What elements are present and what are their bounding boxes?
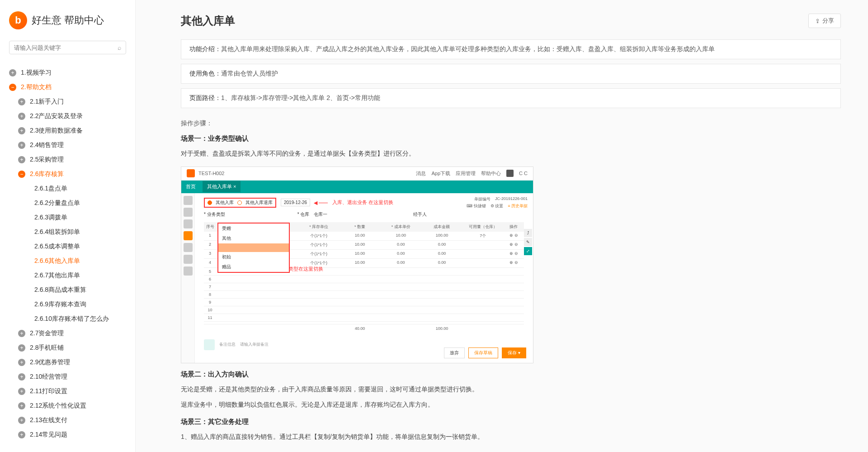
nav-2-3[interactable]: +2.3使用前数据准备: [9, 124, 126, 138]
screenshot-1: TEST-H002 消息 App下载 应用管理 帮助中心 C C 首页 其他入库…: [181, 167, 533, 363]
shot-user: C C: [519, 171, 528, 176]
shot-tab-active: 其他入库单 ×: [203, 181, 241, 192]
intro-box: 功能介绍：其他入库单用来处理除采购入库、产成品入库之外的其他入库业务，因此其他入…: [181, 39, 841, 59]
nav-2-6-3[interactable]: 2.6.3调拨单: [9, 210, 126, 225]
role-label: 使用角色：: [189, 70, 221, 77]
shot-top-app: App下载: [431, 170, 450, 177]
content-box: 操作步骤： 场景一：业务类型确认 对于受赠、盘盈或是拆装入库等不同的业务，是通过…: [181, 119, 841, 442]
role-text: 通常由仓管人员维护: [221, 70, 278, 77]
shot-type-switch: 其他入库 其他入库退库: [204, 198, 276, 208]
nav-2-11[interactable]: +2.11打印设置: [9, 384, 126, 399]
site-title: 好生意 帮助中心: [32, 14, 104, 27]
shot-top-msg: 消息: [416, 170, 426, 177]
nav-2-6-5[interactable]: 2.6.5成本调整单: [9, 239, 126, 254]
steps-label: 操作步骤：: [181, 119, 841, 128]
nav-2-10[interactable]: +2.10经营管理: [9, 370, 126, 384]
share-icon: ⇪: [815, 18, 820, 24]
shot-top-mgmt: 应用管理: [456, 170, 476, 177]
shot-tab-home: 首页: [186, 183, 196, 190]
nav-video[interactable]: +1.视频学习: [9, 66, 126, 80]
nav-docs[interactable]: −2.帮助文档: [9, 80, 126, 95]
nav-2-6-4[interactable]: 2.6.4组装拆卸单: [9, 225, 126, 239]
avatar-icon: [506, 170, 514, 177]
scene2-para2: 退库业务中，明细数量均以负值红色展示。无论是入库还是退库，库存账均记在入库方向。: [181, 399, 841, 411]
nav-2-1[interactable]: +2.1新手入门: [9, 95, 126, 109]
shot-test-env: TEST-H002: [198, 171, 224, 176]
nav-2-14[interactable]: +2.14常见问题: [9, 428, 126, 442]
path-label: 页面路径：: [189, 94, 221, 101]
radio-icon: [237, 200, 242, 205]
search-box[interactable]: ⌕: [9, 41, 126, 54]
shot-draft-button: 保存草稿: [468, 347, 498, 358]
shot-biz-label: * 业务类型: [204, 211, 225, 218]
shot-wh-label: * 仓库: [297, 211, 310, 218]
memo-icon: [204, 339, 215, 350]
shot-save-button: 保存 ▾: [502, 347, 526, 358]
shot-top-help: 帮助中心: [481, 170, 501, 177]
scene2-para1: 无论是受赠，还是其他类型的业务，由于入库商品质量等原因，需要退回，这时可通过单据…: [181, 383, 841, 395]
shot-logo-icon: [187, 169, 195, 177]
nav-2-6-6[interactable]: 2.6.6其他入库单: [9, 254, 126, 268]
arrow-icon: ◄──: [312, 199, 328, 206]
scene3-para1: 1、赠品入库的商品直接转为销售。通过工具栏【复制/复制为销货单】功能，将单据信息…: [181, 431, 841, 443]
path-box: 页面路径：1、库存核算->库存管理->其他入库单 2、首页->常用功能: [181, 88, 841, 108]
shot-right-icons: ⤴✎⤢: [524, 228, 533, 256]
main-content: 其他入库单 ⇪分享 功能介绍：其他入库单用来处理除采购入库、产成品入库之外的其他…: [136, 0, 868, 452]
search-icon[interactable]: ⌕: [118, 44, 121, 51]
nav-2-6[interactable]: −2.6库存核算: [9, 167, 126, 181]
intro-label: 功能介绍：: [189, 45, 221, 52]
nav-2-6-10[interactable]: 2.6.10库存账本错了怎么办: [9, 312, 126, 326]
role-box: 使用角色：通常由仓管人员维护: [181, 64, 841, 84]
nav-2-12[interactable]: +2.12系统个性化设置: [9, 399, 126, 413]
nav-2-4[interactable]: +2.4销售管理: [9, 138, 126, 152]
sidebar: b 好生意 帮助中心 ⌕ +1.视频学习 −2.帮助文档 +2.1新手入门 +2…: [0, 0, 136, 452]
scene1-para: 对于受赠、盘盈或是拆装入库等不同的业务，是通过单据头【业务类型】进行区分。: [181, 147, 841, 160]
nav-tree: +1.视频学习 −2.帮助文档 +2.1新手入门 +2.2产品安装及登录 +2.…: [9, 66, 126, 442]
shot-date: 2019-12-26: [281, 199, 310, 206]
shot-annot1: 入库、退出业务 在这里切换: [332, 199, 393, 206]
search-input[interactable]: [14, 44, 118, 51]
shot-person-label: 经手人: [413, 211, 427, 218]
page-title: 其他入库单: [181, 14, 235, 28]
nav-2-6-9[interactable]: 2.6.9库存账本查询: [9, 297, 126, 312]
nav-2-9[interactable]: +2.9优惠券管理: [9, 355, 126, 370]
nav-2-7[interactable]: +2.7资金管理: [9, 326, 126, 341]
scene3-title: 场景三：其它业务处理: [181, 418, 841, 426]
nav-2-5[interactable]: +2.5采购管理: [9, 152, 126, 167]
nav-2-6-7[interactable]: 2.6.7其他出库单: [9, 268, 126, 283]
nav-2-6-2[interactable]: 2.6.2分量盘点单: [9, 196, 126, 210]
logo-icon: b: [9, 11, 27, 29]
nav-2-6-1[interactable]: 2.6.1盘点单: [9, 181, 126, 196]
nav-2-2[interactable]: +2.2产品安装及登录: [9, 109, 126, 124]
logo-row: b 好生意 帮助中心: [9, 11, 126, 29]
nav-2-8[interactable]: +2.8手机旺铺: [9, 341, 126, 355]
scene1-title: 场景一：业务类型确认: [181, 134, 841, 143]
nav-2-13[interactable]: +2.13在线支付: [9, 413, 126, 428]
shot-wh-val: 仓库一: [314, 211, 327, 218]
path-text: 1、库存核算->库存管理->其他入库单 2、首页->常用功能: [221, 94, 380, 101]
scene2-title: 场景二：出入方向确认: [181, 370, 841, 379]
radio-icon: [208, 200, 212, 205]
intro-text: 其他入库单用来处理除采购入库、产成品入库之外的其他入库业务，因此其他入库单可处理…: [221, 45, 715, 52]
shot-biz-dropdown: 受赠 其他 初始 赠品: [217, 223, 290, 273]
nav-2-6-8[interactable]: 2.6.8商品成本重算: [9, 283, 126, 297]
share-button[interactable]: ⇪分享: [808, 14, 841, 28]
shot-sidebar: [181, 193, 195, 363]
shot-discard-button: 放弃: [444, 347, 465, 358]
